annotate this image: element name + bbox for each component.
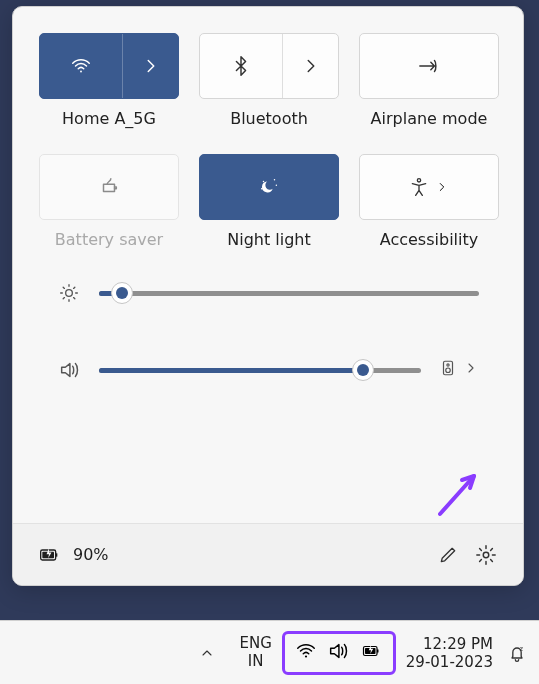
quick-tiles-grid: Home A_5G Bluetooth Airplane mode [13, 7, 523, 259]
svg-text:z: z [520, 644, 524, 652]
tile-battery-label: Battery saver [55, 230, 163, 249]
tile-bluetooth-wrap: Bluetooth [199, 33, 339, 128]
gear-icon [475, 544, 497, 566]
tile-wifi[interactable] [39, 33, 179, 99]
tile-nightlight-wrap: Night light [199, 154, 339, 249]
battery-percent: 90% [73, 545, 109, 564]
tray-overflow-button[interactable] [193, 639, 221, 667]
svg-point-4 [261, 188, 262, 189]
settings-button[interactable] [467, 536, 505, 574]
brightness-slider-row [57, 283, 479, 303]
lang-secondary: IN [248, 653, 264, 670]
chevron-right-icon [140, 55, 162, 77]
language-indicator[interactable]: ENG IN [229, 635, 281, 670]
svg-point-6 [66, 290, 73, 297]
notification-dnd-icon: z [507, 643, 527, 663]
notifications-button[interactable]: z [503, 639, 531, 667]
svg-point-0 [80, 71, 82, 73]
svg-point-5 [417, 179, 420, 182]
tile-bluetooth[interactable] [199, 33, 339, 99]
battery-saver-icon [40, 176, 178, 198]
tile-wifi-label: Home A_5G [62, 109, 156, 128]
quick-settings-panel: Home A_5G Bluetooth Airplane mode [12, 6, 524, 586]
tile-airplane[interactable] [359, 33, 499, 99]
wifi-expand[interactable] [122, 34, 178, 98]
tile-battery-wrap: Battery saver [39, 154, 179, 249]
audio-output-icon[interactable] [439, 357, 457, 383]
brightness-slider[interactable] [99, 291, 479, 296]
tile-nightlight-label: Night light [227, 230, 311, 249]
battery-status[interactable]: 90% [35, 545, 429, 565]
taskbar: ENG IN 12:29 PM 29-01-2023 z [0, 620, 539, 684]
battery-icon [35, 545, 63, 565]
tile-airplane-wrap: Airplane mode [359, 33, 499, 128]
tray-volume-icon[interactable] [327, 640, 349, 666]
wifi-icon [40, 55, 122, 77]
pencil-icon [438, 545, 458, 565]
svg-point-13 [483, 552, 489, 558]
svg-rect-16 [377, 649, 379, 652]
quick-settings-footer: 90% [13, 523, 523, 585]
edit-quick-settings-button[interactable] [429, 536, 467, 574]
lang-primary: ENG [239, 635, 271, 652]
tray-wifi-icon[interactable] [295, 640, 317, 666]
tile-wifi-wrap: Home A_5G [39, 33, 179, 128]
clock-date: 29-01-2023 [406, 653, 493, 671]
tile-bluetooth-label: Bluetooth [230, 109, 308, 128]
brightness-icon [57, 283, 81, 303]
tile-airplane-label: Airplane mode [371, 109, 488, 128]
svg-rect-11 [56, 553, 58, 556]
tile-accessibility-wrap: Accessibility [359, 154, 499, 249]
chevron-right-icon [463, 360, 479, 376]
sliders-region [13, 259, 523, 523]
svg-point-3 [276, 184, 277, 185]
svg-point-2 [274, 179, 275, 180]
accessibility-icon [360, 177, 498, 197]
volume-icon [57, 359, 81, 381]
svg-point-1 [263, 181, 264, 182]
tile-battery-saver [39, 154, 179, 220]
svg-point-8 [447, 364, 449, 366]
audio-output-expand[interactable] [463, 360, 479, 380]
taskbar-clock[interactable]: 12:29 PM 29-01-2023 [396, 635, 503, 671]
system-tray-highlighted[interactable] [282, 631, 396, 675]
volume-slider[interactable] [99, 368, 421, 373]
tray-battery-icon[interactable] [359, 642, 383, 664]
chevron-right-icon [435, 180, 449, 194]
clock-time: 12:29 PM [423, 635, 493, 653]
airplane-icon [360, 55, 498, 77]
bluetooth-expand[interactable] [282, 34, 338, 98]
volume-slider-row [57, 357, 479, 383]
bluetooth-icon [200, 55, 282, 77]
night-light-icon [200, 176, 338, 198]
tile-accessibility[interactable] [359, 154, 499, 220]
tile-night-light[interactable] [199, 154, 339, 220]
chevron-right-icon [300, 55, 322, 77]
svg-point-9 [446, 368, 451, 373]
tile-accessibility-label: Accessibility [380, 230, 478, 249]
svg-point-14 [305, 655, 307, 657]
chevron-up-icon [199, 645, 215, 661]
